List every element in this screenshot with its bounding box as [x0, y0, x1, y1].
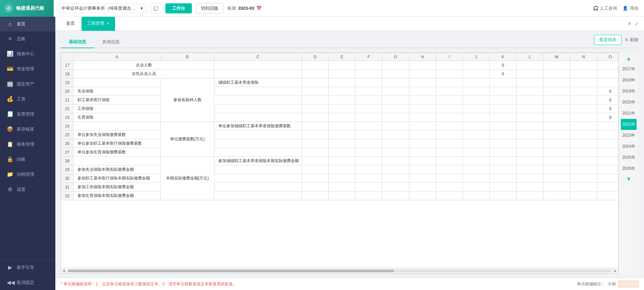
cell-data-24-4[interactable]	[409, 122, 436, 131]
cell-data-22-6[interactable]	[436, 104, 463, 113]
cell-k-18[interactable]: 0	[490, 70, 517, 78]
maximize-icon[interactable]: ⤢	[634, 20, 639, 27]
cell-lo-26-1[interactable]	[517, 139, 543, 148]
sidebar-item-inventory[interactable]: 📦 库存核算	[0, 122, 55, 137]
cell-data-20-3[interactable]	[356, 87, 382, 96]
cell-data-27-1[interactable]	[302, 148, 329, 157]
cell-data-26-4[interactable]	[382, 139, 409, 148]
tab-close-icon[interactable]: ✕	[106, 21, 110, 26]
cell-p-22[interactable]: 0	[597, 104, 619, 113]
refresh-button[interactable]: ↻ 刷新	[625, 37, 639, 43]
cell-p-30[interactable]	[597, 174, 619, 183]
cell-lo-25-3[interactable]	[570, 131, 597, 139]
cell-data-31-4[interactable]	[382, 183, 409, 192]
cell-k-17[interactable]: 0	[490, 61, 517, 70]
h-scroll-track[interactable]	[68, 270, 611, 272]
cell-data-26-1[interactable]	[302, 139, 329, 148]
cell-data-30-3[interactable]	[356, 174, 382, 183]
cell-c-32[interactable]: 参加生育保险本期实际缴费金额	[73, 192, 161, 200]
sidebar-item-finance[interactable]: 💳 资金管理	[0, 61, 55, 76]
cell-data-30-2[interactable]	[329, 174, 356, 183]
cell-lo-22-0[interactable]	[490, 104, 517, 113]
cell-a-17[interactable]: 从业人数	[73, 61, 214, 70]
cell-data-22-4[interactable]	[382, 104, 409, 113]
cell-data-25-3[interactable]	[356, 131, 382, 139]
sub-tab-basic[interactable]: 基础信息	[61, 36, 94, 48]
cell-k-28[interactable]	[490, 157, 517, 165]
year-nav-down-button[interactable]: ▼	[619, 174, 639, 184]
year-item[interactable]: 2025年	[621, 152, 637, 163]
cell-p-29[interactable]	[597, 165, 619, 174]
cell-data-29-5[interactable]	[409, 165, 436, 174]
ai-consult-button[interactable]: 🎧 人工咨询	[593, 5, 617, 11]
cell-k-23[interactable]	[463, 113, 490, 122]
cell-a-18[interactable]: 女性从业人员	[73, 70, 214, 78]
cell-data-17-4[interactable]	[409, 61, 436, 70]
cell-data-24-1[interactable]	[329, 122, 356, 131]
reset-report-button[interactable]: 重置报表	[594, 35, 622, 45]
cell-data-18-0[interactable]	[302, 70, 329, 78]
cell-data-22-2[interactable]	[329, 104, 356, 113]
cell-data-30-1[interactable]	[302, 174, 329, 183]
cell-lo-21-2[interactable]	[543, 96, 570, 104]
workbench-button[interactable]: 工作台	[165, 3, 192, 13]
cell-data-30-0[interactable]	[214, 174, 302, 183]
cell-data-18-2[interactable]	[356, 70, 382, 78]
cell-lo-25-2[interactable]	[543, 131, 570, 139]
cell-c-27[interactable]: 单位参加生育保险缴费基数	[73, 148, 161, 157]
cell-data-24-6[interactable]	[463, 122, 490, 131]
cell-data-25-4[interactable]	[382, 131, 409, 139]
cell-c-30[interactable]: 参加职工基本医疗保险本期实际缴费金额	[73, 174, 161, 183]
cell-data-27-4[interactable]	[382, 148, 409, 157]
cell-c-26[interactable]: 单位参加职工基本医疗保险缴费基数	[73, 139, 161, 148]
cell-b-19[interactable]: 参保各险种人数	[161, 78, 214, 122]
cell-data-23-6[interactable]	[436, 113, 463, 122]
cell-lo-19-0[interactable]	[517, 78, 543, 87]
cell-data-27-2[interactable]	[329, 148, 356, 157]
cell-data-19-1[interactable]	[329, 78, 356, 87]
year-item[interactable]: 2022年	[621, 119, 637, 130]
cell-data-31-5[interactable]	[409, 183, 436, 192]
cell-lo-19-2[interactable]	[570, 78, 597, 87]
cell-data-21-6[interactable]	[436, 96, 463, 104]
cell-lo-31-1[interactable]	[517, 183, 543, 192]
cell-data-31-2[interactable]	[329, 183, 356, 192]
cell-data-23-1[interactable]	[302, 113, 329, 122]
cell-data-32-1[interactable]	[302, 192, 329, 200]
cell-lo-18-2[interactable]	[570, 70, 597, 78]
cell-data-32-3[interactable]	[356, 192, 382, 200]
cell-p-20[interactable]: 0	[597, 87, 619, 96]
cell-data-21-0[interactable]	[214, 96, 302, 104]
cell-data-23-5[interactable]	[409, 113, 436, 122]
cell-data-29-3[interactable]	[356, 165, 382, 174]
cell-data-27-6[interactable]	[436, 148, 463, 157]
cell-data-24-3[interactable]	[382, 122, 409, 131]
cell-data-31-0[interactable]	[214, 183, 302, 192]
cell-data-29-0[interactable]	[214, 165, 302, 174]
cell-data-29-1[interactable]	[302, 165, 329, 174]
cell-data-17-5[interactable]	[436, 61, 463, 70]
year-item[interactable]: 2023年	[621, 130, 637, 141]
cell-lo-30-0[interactable]	[490, 174, 517, 183]
cell-lo-24-1[interactable]	[543, 122, 570, 131]
year-item[interactable]: 2017年	[621, 64, 637, 75]
cell-lo-17-0[interactable]	[517, 61, 543, 70]
cell-data-18-3[interactable]	[382, 70, 409, 78]
year-item[interactable]: 2019年	[621, 86, 637, 97]
cell-lo-20-1[interactable]	[517, 87, 543, 96]
cell-lo-29-3[interactable]	[570, 165, 597, 174]
cell-lo-27-1[interactable]	[517, 148, 543, 157]
cell-lo-29-0[interactable]	[490, 165, 517, 174]
cell-lo-30-3[interactable]	[570, 174, 597, 183]
cell-data-32-0[interactable]	[214, 192, 302, 200]
cell-k-25[interactable]	[463, 131, 490, 139]
cell-data-23-4[interactable]	[382, 113, 409, 122]
cell-lo-22-1[interactable]	[517, 104, 543, 113]
cell-data-28-4[interactable]	[409, 157, 436, 165]
cell-lo-32-3[interactable]	[570, 192, 597, 200]
sidebar-item-reports[interactable]: 📊 报表中心	[0, 46, 55, 61]
cell-c-23[interactable]: 生育保险	[73, 113, 161, 122]
cell-data-19-0[interactable]	[302, 78, 329, 87]
year-nav-up-button[interactable]: ▲	[619, 54, 639, 64]
cell-p-23[interactable]: 0	[597, 113, 619, 122]
